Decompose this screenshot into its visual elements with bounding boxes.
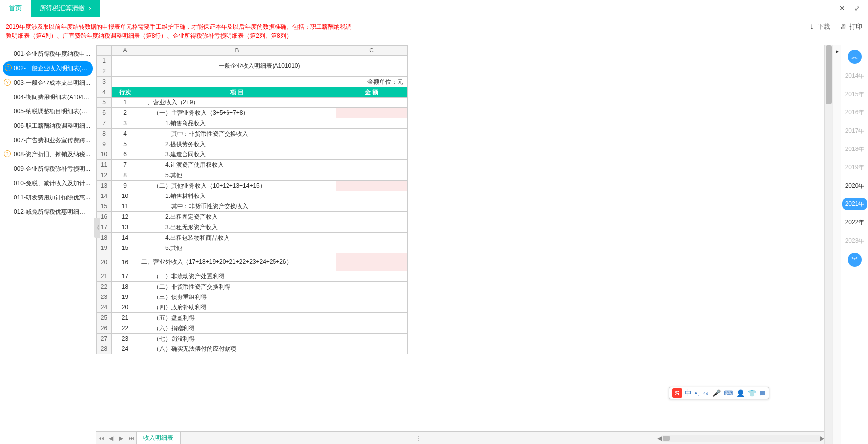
year-option[interactable]: 2019年 bbox=[842, 161, 868, 174]
cell-amount[interactable] bbox=[336, 282, 408, 292]
corner-cell[interactable] bbox=[97, 46, 112, 56]
cell-item[interactable]: 4.让渡资产使用权收入 bbox=[138, 160, 336, 170]
cell-rownum[interactable]: 8 bbox=[112, 170, 138, 181]
cell-item[interactable]: （一）非流动资产处置利得 bbox=[138, 271, 336, 282]
year-scroll-down[interactable]: ︾ bbox=[848, 253, 862, 267]
row-header[interactable]: 13 bbox=[97, 181, 112, 191]
cell-item[interactable]: 2.提供劳务收入 bbox=[138, 139, 336, 149]
cell-item[interactable]: 1.销售材料收入 bbox=[138, 191, 336, 201]
cell-item[interactable]: 其中：非货币性资产交换收入 bbox=[138, 129, 336, 139]
ime-punct-icon[interactable]: •ˌ bbox=[695, 389, 699, 397]
unit-label[interactable]: 金额单位：元 bbox=[112, 77, 408, 87]
tab-close-icon[interactable]: × bbox=[89, 5, 91, 11]
cell-amount[interactable] bbox=[336, 344, 408, 354]
nav-first-icon[interactable]: ⏮ bbox=[96, 435, 106, 442]
row-header[interactable]: 25 bbox=[97, 313, 112, 323]
cell-item[interactable]: 1.销售商品收入 bbox=[138, 118, 336, 129]
cell-item[interactable]: （七）罚没利得 bbox=[138, 334, 336, 344]
cell-rownum[interactable]: 23 bbox=[112, 334, 138, 344]
cell-rownum[interactable]: 20 bbox=[112, 302, 138, 313]
row-header[interactable]: 8 bbox=[97, 129, 112, 139]
row-header[interactable]: 28 bbox=[97, 344, 112, 354]
cell-rownum[interactable]: 4 bbox=[112, 129, 138, 139]
cell-item[interactable]: （三）债务重组利得 bbox=[138, 292, 336, 302]
row-header[interactable]: 14 bbox=[97, 191, 112, 201]
sidebar-item-11[interactable]: 011-研发费用加计扣除优惠... bbox=[0, 191, 96, 205]
horizontal-scrollbar[interactable] bbox=[662, 435, 820, 442]
year-option[interactable]: 2017年 bbox=[842, 125, 868, 137]
tab-home[interactable]: 首页 bbox=[0, 0, 31, 17]
row-header[interactable]: 9 bbox=[97, 139, 112, 149]
cell-rownum[interactable]: 7 bbox=[112, 160, 138, 170]
row-header[interactable]: 7 bbox=[97, 118, 112, 129]
cell-item[interactable]: （六）捐赠利得 bbox=[138, 323, 336, 334]
nav-last-icon[interactable]: ⏭ bbox=[126, 435, 136, 442]
download-button[interactable]: ⭳ 下载 bbox=[809, 22, 830, 31]
cell-item[interactable]: 3.出租无形资产收入 bbox=[138, 222, 336, 233]
ime-voice-icon[interactable]: 🎤 bbox=[712, 389, 721, 397]
sidebar-item-2[interactable]: ?002-一般企业收入明细表(A1... bbox=[3, 61, 93, 76]
sheet-scroll[interactable]: A B C 1 一般企业收入明细表(A101010) 2 3 金额单位：元 4 bbox=[96, 45, 824, 431]
row-header[interactable]: 27 bbox=[97, 334, 112, 344]
cell-rownum[interactable]: 16 bbox=[112, 253, 138, 271]
row-header[interactable]: 4 bbox=[97, 87, 112, 98]
cell-rownum[interactable]: 10 bbox=[112, 191, 138, 201]
col-header-b[interactable]: B bbox=[138, 46, 336, 56]
row-header[interactable]: 2 bbox=[97, 66, 112, 77]
cell-rownum[interactable]: 24 bbox=[112, 344, 138, 354]
vertical-scrollbar[interactable] bbox=[824, 45, 832, 444]
ime-lang-icon[interactable]: 中 bbox=[685, 389, 692, 397]
cell-item[interactable]: 一、营业收入（2+9） bbox=[138, 98, 336, 108]
sidebar-item-12[interactable]: 012-减免所得税优惠明细表(... bbox=[0, 205, 96, 219]
row-header[interactable]: 22 bbox=[97, 282, 112, 292]
col-header-c[interactable]: C bbox=[336, 46, 408, 56]
cell-rownum[interactable]: 15 bbox=[112, 243, 138, 253]
cell-amount[interactable] bbox=[336, 98, 408, 108]
cell-rownum[interactable]: 3 bbox=[112, 118, 138, 129]
cell-amount[interactable] bbox=[336, 181, 408, 191]
sidebar-item-3[interactable]: ?003-一般企业成本支出明细... bbox=[0, 76, 96, 90]
vscroll-thumb[interactable] bbox=[826, 45, 832, 104]
year-option[interactable]: 2020年 bbox=[842, 180, 868, 192]
cell-item[interactable]: 3.建造合同收入 bbox=[138, 149, 336, 160]
row-header[interactable]: 26 bbox=[97, 323, 112, 334]
cell-amount[interactable] bbox=[336, 139, 408, 149]
cell-rownum[interactable]: 5 bbox=[112, 139, 138, 149]
cell-amount[interactable] bbox=[336, 323, 408, 334]
cell-amount[interactable] bbox=[336, 243, 408, 253]
close-pane-icon[interactable]: ✕ bbox=[837, 3, 847, 13]
tab-income-tax[interactable]: 所得税汇算清缴 × bbox=[31, 0, 100, 17]
cell-rownum[interactable]: 13 bbox=[112, 222, 138, 233]
cell-amount[interactable] bbox=[336, 212, 408, 222]
row-header[interactable]: 12 bbox=[97, 170, 112, 181]
fullscreen-icon[interactable]: ⤢ bbox=[852, 3, 862, 13]
year-option[interactable]: 2015年 bbox=[842, 88, 868, 100]
cell-rownum[interactable]: 2 bbox=[112, 108, 138, 118]
sidebar-item-1[interactable]: 001-企业所得税年度纳税申... bbox=[0, 47, 96, 61]
cell-amount[interactable] bbox=[336, 201, 408, 212]
year-option[interactable]: 2018年 bbox=[842, 143, 868, 155]
nav-prev-icon[interactable]: ◀ bbox=[106, 435, 116, 442]
cell-amount[interactable] bbox=[336, 170, 408, 181]
sidebar-item-4[interactable]: 004-期间费用明细表(A1040... bbox=[0, 90, 96, 104]
cell-rownum[interactable]: 17 bbox=[112, 271, 138, 282]
cell-item[interactable]: （二）非货币性资产交换利得 bbox=[138, 282, 336, 292]
cell-item[interactable]: 其中：非货币性资产交换收入 bbox=[138, 201, 336, 212]
cell-rownum[interactable]: 21 bbox=[112, 313, 138, 323]
row-header[interactable]: 6 bbox=[97, 108, 112, 118]
row-header[interactable]: 21 bbox=[97, 271, 112, 282]
hscroll-thumb[interactable] bbox=[663, 436, 670, 441]
cell-item[interactable]: （五）盘盈利得 bbox=[138, 313, 336, 323]
cell-item[interactable]: 二、营业外收入（17+18+19+20+21+22+23+24+25+26） bbox=[138, 253, 336, 271]
cell-amount[interactable] bbox=[336, 271, 408, 282]
row-header[interactable]: 15 bbox=[97, 201, 112, 212]
cell-amount[interactable] bbox=[336, 253, 408, 271]
ime-tray[interactable]: S 中 •ˌ ☺ 🎤 ⌨ 👤 👕 ▦ bbox=[669, 387, 769, 399]
year-option[interactable]: 2014年 bbox=[842, 70, 868, 82]
print-button[interactable]: 🖶 打印 bbox=[840, 22, 862, 31]
hscroll-right-icon[interactable]: ▶ bbox=[820, 435, 824, 442]
right-collapse-strip[interactable]: ▸ bbox=[832, 45, 841, 444]
nav-next-icon[interactable]: ▶ bbox=[116, 435, 126, 442]
cell-rownum[interactable]: 1 bbox=[112, 98, 138, 108]
cell-rownum[interactable]: 14 bbox=[112, 233, 138, 243]
